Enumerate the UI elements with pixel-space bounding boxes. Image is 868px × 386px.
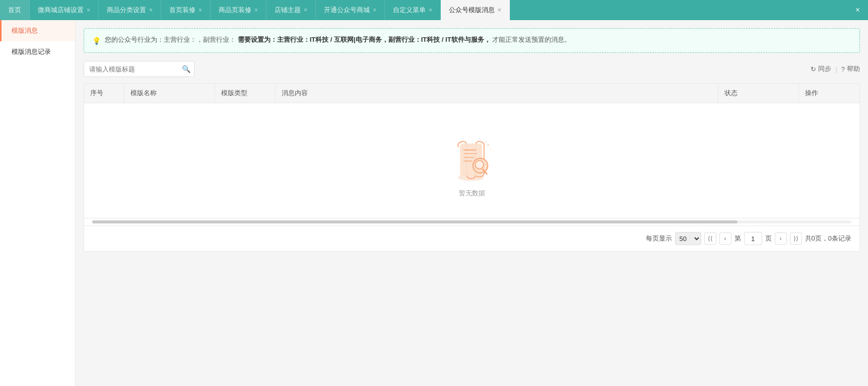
nav-tab-homepage-decor-close[interactable]: × [198,7,202,14]
divider: | [835,65,837,73]
search-left: 🔍 [84,61,194,77]
nav-tab-homepage-decor-label: 首页装修 [169,6,195,15]
nav-tab-shop-settings-label: 微商城店铺设置 [38,6,84,15]
first-page-button[interactable]: ⟨⟨ [704,233,716,245]
nav-tab-product-decor[interactable]: 商品页装修 × [211,0,266,20]
notice-text-after: 才能正常发送预置的消息。 [492,36,571,43]
search-bar: 🔍 ↻ 同步 | ? 帮助 [84,61,860,77]
empty-text: 暂无数据 [459,189,485,198]
nav-tab-custom-menu-label: 自定义菜单 [393,6,426,15]
nav-tab-home-label: 首页 [8,6,21,15]
search-input-wrap: 🔍 [84,61,194,77]
svg-point-10 [490,149,491,150]
page-label-post: 页 [765,234,772,243]
nav-tab-category-settings-label: 商品分类设置 [107,6,146,15]
sync-label: 同步 [818,64,831,73]
svg-point-11 [485,141,487,143]
nav-tab-home[interactable]: 首页 [0,0,30,20]
current-page-input[interactable] [744,232,762,245]
nav-tab-homepage-decor[interactable]: 首页装修 × [161,0,211,20]
table-container: 序号 模版名称 模版类型 消息内容 状态 操作 [84,83,860,252]
nav-tab-template-msg[interactable]: 公众号模版消息 × [441,0,510,20]
col-status: 状态 [718,84,799,103]
scroll-bar-thumb[interactable] [92,220,738,223]
sync-button[interactable]: ↻ 同步 [811,64,831,73]
nav-tab-template-msg-label: 公众号模版消息 [449,6,495,15]
nav-tab-product-decor-label: 商品页装修 [219,6,251,15]
nav-tab-open-mall[interactable]: 开通公众号商城 × [316,0,385,20]
page-label-pre: 第 [735,234,741,243]
nav-tab-shop-settings-close[interactable]: × [87,7,90,14]
table-header: 序号 模版名称 模版类型 消息内容 状态 操作 [84,84,859,103]
nav-tab-product-decor-close[interactable]: × [254,7,258,14]
help-button[interactable]: ? 帮助 [841,64,860,73]
nav-tab-custom-menu[interactable]: 自定义菜单 × [385,0,441,20]
sidebar-item-template-records[interactable]: 模版消息记录 [0,41,75,62]
notice-icon: 💡 [92,35,101,46]
last-page-button[interactable]: ⟩⟩ [790,233,802,245]
prev-page-button[interactable]: ‹ [719,233,731,245]
sidebar: 模版消息 模版消息记录 [0,20,76,386]
empty-illustration [444,133,500,189]
search-right: ↻ 同步 | ? 帮助 [811,64,860,73]
col-name: 模版名称 [124,84,215,103]
sidebar-item-template-records-label: 模版消息记录 [12,48,51,55]
notice-highlight: 需要设置为：主营行业：IT科技 / 互联网|电子商务，副营行业：IT科技 / I… [238,36,491,43]
nav-tab-open-mall-close[interactable]: × [373,7,376,14]
search-input[interactable] [84,61,194,77]
col-action: 操作 [799,84,859,103]
main-layout: 模版消息 模版消息记录 💡 您的公众号行业为：主营行业：，副营行业： 需要设置为… [0,20,868,386]
scroll-bar-track[interactable] [92,220,851,223]
notice-text-before: 您的公众号行业为：主营行业：，副营行业： [105,36,236,43]
nav-tab-category-settings-close[interactable]: × [149,7,153,14]
search-icon[interactable]: 🔍 [182,65,190,73]
nav-tab-open-mall-label: 开通公众号商城 [324,6,370,15]
empty-state: 暂无数据 [84,103,859,218]
nav-tab-custom-menu-close[interactable]: × [429,7,432,14]
page-size-label: 每页显示 [646,234,672,243]
help-label: 帮助 [847,64,860,73]
content-area: 💡 您的公众号行业为：主营行业：，副营行业： 需要设置为：主营行业：IT科技 /… [76,20,868,386]
top-nav: 首页 微商城店铺设置 × 商品分类设置 × 首页装修 × 商品页装修 × 店铺主… [0,0,868,20]
nav-tab-category-settings[interactable]: 商品分类设置 × [99,0,161,20]
nav-tab-store-theme-label: 店铺主题 [275,6,301,15]
sidebar-item-template-msg[interactable]: 模版消息 [0,20,75,41]
notice-box: 💡 您的公众号行业为：主营行业：，副营行业： 需要设置为：主营行业：IT科技 /… [84,28,860,53]
col-index: 序号 [84,84,124,103]
total-label: 共0页，0条记录 [805,234,851,243]
help-icon: ? [841,65,845,73]
sidebar-item-template-msg-label: 模版消息 [12,27,38,34]
col-type: 模版类型 [215,84,276,103]
nav-tab-store-theme-close[interactable]: × [304,7,307,14]
nav-tab-shop-settings[interactable]: 微商城店铺设置 × [30,0,99,20]
page-size-select[interactable]: 50 10 20 100 [675,232,701,245]
svg-point-7 [475,161,484,169]
svg-point-9 [487,144,489,146]
nav-tab-store-theme[interactable]: 店铺主题 × [266,0,316,20]
sync-icon: ↻ [811,65,816,73]
notice-text: 您的公众号行业为：主营行业：，副营行业： 需要设置为：主营行业：IT科技 / 互… [105,35,571,45]
next-page-button[interactable]: › [775,233,787,245]
nav-tab-template-msg-close[interactable]: × [498,7,501,14]
global-close-button[interactable]: × [847,0,868,20]
pagination-bar: 每页显示 50 10 20 100 ⟨⟨ ‹ 第 页 › ⟩⟩ 共0页，0条记录 [84,225,859,251]
col-content: 消息内容 [276,84,718,103]
scroll-bar-container [84,218,859,225]
